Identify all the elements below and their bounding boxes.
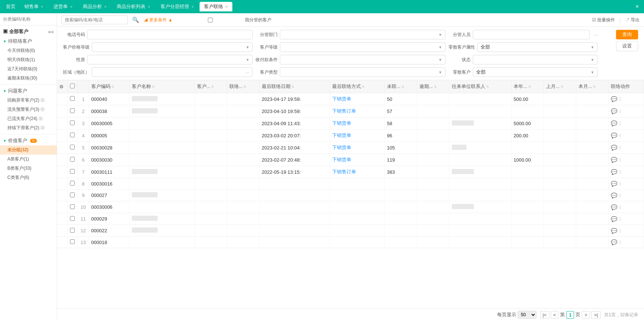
contact-icon[interactable]: 💬 [611,133,617,138]
grid-icon[interactable]: ⁝ [619,108,621,114]
grid-icon[interactable]: ⁝ [619,145,621,151]
row-last-method[interactable] [330,237,385,248]
row-check-cell[interactable] [67,201,78,213]
close-customer-segment-icon[interactable]: × [191,4,194,9]
my-customers-checkbox-label[interactable]: 我分管的客户 [177,17,271,23]
batch-op-button[interactable]: ☑ 批量操作 [592,17,615,23]
row-check-cell[interactable] [67,166,78,178]
row-check-cell[interactable] [67,237,78,248]
group-pending[interactable]: ▼ 待联络客户 [0,36,57,46]
filter-select-customer-type[interactable]: ▼ [280,67,445,77]
close-analysis-icon[interactable]: × [104,4,106,9]
grid-icon[interactable]: ⁝ [619,133,621,138]
sidebar-item-abnormal[interactable]: 回购异常客户(2) ⓪ [0,96,57,105]
nav-home[interactable]: 首页 [3,2,18,11]
filter-select-area[interactable]: ··· [92,67,253,77]
row-last-method[interactable]: 下销售订单 [330,166,385,178]
contact-icon[interactable]: 💬 [611,145,617,151]
grid-icon[interactable]: ⁝ [619,239,621,245]
last-page-button[interactable]: >| [591,311,601,319]
contact-icon[interactable]: 💬 [611,120,617,126]
col-contact[interactable]: 联络... ⇅ [227,80,259,93]
row-check-cell[interactable] [67,154,78,166]
sidebar-item-group-c[interactable]: C类客户(6) [0,173,57,182]
contact-icon[interactable]: 💬 [611,108,617,114]
sidebar-item-group-b[interactable]: B类客户(33) [0,164,57,173]
sidebar-item-group-a[interactable]: A类客户(1) [0,155,57,164]
col-gear[interactable]: ⚙ [57,80,67,93]
all-customers-collapse-icon[interactable]: «« [48,29,54,35]
filter-select-scatter-attr[interactable]: 全部 ▼ [477,42,598,52]
all-customers-header[interactable]: ▣ 全部客户 «« [0,25,57,36]
row-check-cell[interactable] [67,117,78,130]
sidebar-item-lost-risk[interactable]: 流失预警客户(3) ⓪ [0,105,57,114]
contact-icon[interactable]: 💬 [611,169,617,175]
col-type[interactable]: 客户... ⇅ [194,80,227,93]
filter-input-phone[interactable] [87,30,253,39]
contact-icon[interactable]: 💬 [611,181,617,187]
nav-customer-contact[interactable]: 客户联络 × [200,2,232,11]
row-last-method[interactable]: 下销货单 [330,130,385,142]
more-conditions-button[interactable]: ◢ 更多条件 ▲ [144,17,173,23]
contact-icon[interactable]: 💬 [611,157,617,163]
contact-icon[interactable]: 💬 [611,204,617,210]
grid-icon[interactable]: ⁝ [619,96,621,102]
row-checkbox[interactable] [70,239,75,244]
grid-icon[interactable]: ⁝ [619,181,621,187]
nav-sales[interactable]: 销售单 × [20,2,47,11]
first-page-button[interactable]: |< [540,311,549,319]
sidebar-item-tomorrow[interactable]: 明天待联络(1) [0,55,57,64]
prev-page-button[interactable]: < [551,311,559,319]
close-analysis-list-icon[interactable]: × [148,4,150,9]
sidebar-item-overdue[interactable]: 逾期未联络(30) [0,74,57,83]
sidebar-item-lost[interactable]: 已流失客户(24) ⓪ [0,114,57,123]
row-last-method[interactable]: 下销货单 [330,154,385,166]
row-last-method[interactable] [330,213,385,225]
row-checkbox[interactable] [70,145,75,149]
close-sales-icon[interactable]: × [41,4,43,9]
row-checkbox[interactable] [70,96,75,101]
nav-purchase[interactable]: 进货单 × [49,2,77,11]
reset-button[interactable]: 设置 [616,41,638,51]
filter-select-scatter[interactable]: 全部 ▼ [473,67,598,77]
col-this-year[interactable]: 本年... ⇅ [511,80,543,93]
nav-customer-segment[interactable]: 客户分层经营 × [156,2,198,11]
filter-select-dept[interactable]: ▼ [280,30,445,39]
filter-select-nature[interactable]: ▼ [87,55,253,64]
col-trade-contact[interactable]: 往来单位联系人 ⇅ [449,80,511,93]
row-checkbox[interactable] [70,216,75,221]
contact-icon[interactable]: 💬 [611,239,617,245]
filter-select-payment[interactable]: ▼ [280,55,445,64]
row-last-method[interactable]: 下销货单 [330,142,385,154]
query-button[interactable]: 查询 [616,30,638,39]
row-checkbox[interactable] [70,133,75,137]
col-code[interactable]: 客户编码 ⇅ [89,80,129,93]
row-checkbox[interactable] [70,193,75,197]
sidebar-item-today[interactable]: 今天待联络(0) [0,46,57,55]
col-no-contact[interactable]: 未联... ⇅ [384,80,417,93]
col-last-date[interactable]: 最后联络日期 ⇅ [259,80,330,93]
row-last-method[interactable]: 下销货单 [330,93,385,105]
sidebar-item-down[interactable]: 持续下滑客户(2) ⓪ [0,123,57,133]
grid-icon[interactable]: ⁝ [619,169,621,175]
row-checkbox[interactable] [70,204,75,209]
close-purchase-icon[interactable]: × [70,4,72,9]
grid-icon[interactable]: ⁝ [619,216,621,222]
grid-icon[interactable]: ⁝ [619,228,621,234]
contact-icon[interactable]: 💬 [611,193,617,198]
row-checkbox[interactable] [70,157,75,162]
grid-icon[interactable]: ⁝ [619,120,621,126]
row-check-cell[interactable] [67,213,78,225]
sidebar-item-7days[interactable]: 近7天待联络(0) [0,64,57,74]
table-scroll[interactable]: ⚙ 客户编码 ⇅ 客户名称 ⇅ 客户... ⇅ 联络... ⇅ 最后联络日期 ⇅… [57,80,644,308]
row-last-method[interactable] [330,190,385,201]
col-name[interactable]: 客户名称 ⇅ [129,80,194,93]
row-last-method[interactable]: 下销货单 [330,117,385,130]
filter-input-manager[interactable] [473,30,590,39]
group-value[interactable]: ▼ 价值客户 ↻ [0,136,57,145]
window-close-button[interactable]: × [633,3,641,11]
col-last-method[interactable]: 最后联络方式 ⇅ [330,80,385,93]
filter-select-status[interactable]: ▼ [473,55,598,64]
area-more-icon[interactable]: ··· [245,70,249,75]
row-checkbox[interactable] [70,169,75,174]
